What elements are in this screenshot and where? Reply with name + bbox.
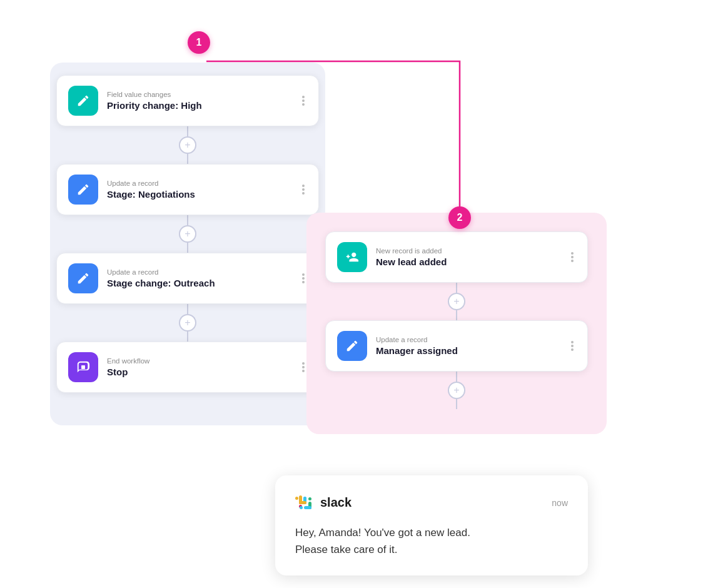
connector-right-2: + — [325, 372, 588, 409]
add-step-right-2[interactable]: + — [448, 382, 465, 399]
card-update2-label: Update a record — [107, 268, 291, 276]
step-badge-1: 1 — [188, 31, 210, 54]
card-update2: Update a record Stage change: Outreach — [56, 253, 319, 304]
svg-rect-9 — [303, 497, 306, 500]
card-new-lead-menu[interactable] — [569, 250, 576, 265]
card-trigger-icon — [68, 86, 98, 116]
card-update1: Update a record Stage: Negotiations — [56, 164, 319, 215]
connector-3: + — [56, 304, 319, 342]
workflow-left: Field value changes Priority change: Hig… — [56, 38, 319, 393]
slack-message-line1: Hey, Amanda! You've got a new lead. — [295, 527, 470, 539]
slack-message: Hey, Amanda! You've got a new lead. Plea… — [295, 524, 568, 558]
step-badge-2: 2 — [448, 206, 471, 229]
workflow-right: New record is added New lead added + Upd… — [306, 213, 607, 434]
card-new-lead-title: New lead added — [376, 256, 560, 267]
card-end: End workflow Stop — [56, 342, 319, 393]
slack-logo: slack — [295, 493, 351, 513]
slack-card: slack now Hey, Amanda! You've got a new … — [275, 475, 588, 575]
connector-2: + — [56, 215, 319, 253]
add-step-2[interactable]: + — [179, 225, 196, 243]
slack-time: now — [552, 498, 568, 508]
card-new-lead-content: New record is added New lead added — [376, 247, 560, 267]
card-update1-title: Stage: Negotiations — [107, 189, 291, 200]
card-trigger-content: Field value changes Priority change: Hig… — [107, 91, 291, 111]
card-update1-label: Update a record — [107, 180, 291, 187]
svg-rect-5 — [308, 497, 311, 500]
card-end-label: End workflow — [107, 357, 291, 365]
card-update1-content: Update a record Stage: Negotiations — [107, 180, 291, 200]
canvas: 1 2 Field value changes Priority change:… — [0, 0, 713, 588]
card-manager-title: Manager assigned — [376, 345, 560, 356]
card-trigger-menu[interactable] — [300, 93, 307, 108]
card-trigger-label: Field value changes — [107, 91, 291, 98]
slack-app-name: slack — [320, 495, 351, 510]
card-new-lead-icon — [337, 242, 367, 272]
card-new-lead-label: New record is added — [376, 247, 560, 255]
card-end-title: Stop — [107, 367, 291, 377]
add-step-3[interactable]: + — [179, 314, 196, 332]
slack-message-line2: Please take care of it. — [295, 544, 397, 555]
card-manager-label: Update a record — [376, 336, 560, 343]
card-update2-content: Update a record Stage change: Outreach — [107, 268, 291, 288]
connector-right-1: + — [325, 283, 588, 320]
card-new-lead: New record is added New lead added — [325, 231, 588, 283]
svg-rect-6 — [304, 506, 311, 509]
slack-header: slack now — [295, 493, 568, 513]
svg-rect-11 — [299, 501, 302, 504]
card-update1-icon — [68, 175, 98, 205]
card-manager: Update a record Manager assigned — [325, 320, 588, 372]
card-end-icon — [68, 352, 98, 382]
svg-rect-3 — [295, 497, 298, 500]
add-step-1[interactable]: + — [179, 136, 196, 154]
card-manager-content: Update a record Manager assigned — [376, 336, 560, 356]
card-update2-title: Stage change: Outreach — [107, 278, 291, 288]
add-step-right-1[interactable]: + — [448, 293, 465, 310]
card-manager-menu[interactable] — [569, 338, 576, 353]
card-trigger-title: Priority change: High — [107, 100, 291, 111]
card-update1-menu[interactable] — [300, 182, 307, 197]
card-end-content: End workflow Stop — [107, 357, 291, 377]
connector-1: + — [56, 126, 319, 164]
slack-icon — [295, 493, 315, 513]
card-manager-icon — [337, 331, 367, 361]
svg-rect-7 — [300, 506, 303, 509]
card-trigger: Field value changes Priority change: Hig… — [56, 75, 319, 126]
card-update2-icon — [68, 263, 98, 293]
